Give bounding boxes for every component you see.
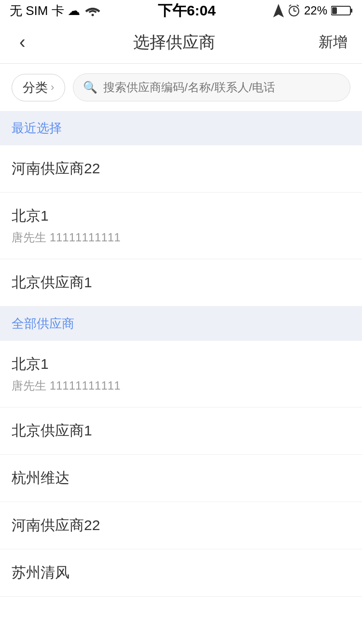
alarm-icon [288,4,300,17]
location-icon [273,4,284,17]
supplier-name: 北京1 [12,354,350,374]
page-title: 选择供应商 [133,31,215,54]
sim-label: 无 SIM 卡 ☁ [10,2,80,19]
list-item[interactable]: 北京供应商1 [0,407,362,455]
supplier-name: 北京供应商1 [12,421,350,441]
list-item[interactable]: 河南供应商22 [0,502,362,549]
supplier-sub: 唐先生 11111111111 [12,230,350,245]
battery-icon [331,5,352,16]
svg-rect-8 [332,7,337,14]
back-button[interactable]: ‹ [14,27,30,57]
supplier-name: 河南供应商22 [12,516,350,535]
list-item[interactable]: 北京1 唐先生 11111111111 [0,341,362,407]
list-item[interactable]: 北京供应商1 [0,259,362,307]
all-items-list: 北京1 唐先生 11111111111 北京供应商1 杭州维达 河南供应商22 … [0,341,362,597]
all-section-header: 全部供应商 [0,307,362,341]
list-item[interactable]: 苏州清风 [0,549,362,597]
supplier-name: 杭州维达 [12,468,350,488]
recent-items-list: 河南供应商22 北京1 唐先生 11111111111 北京供应商1 [0,145,362,307]
supplier-name: 北京1 [12,206,350,226]
svg-rect-7 [350,9,352,13]
new-action-button[interactable]: 新增 [319,32,348,52]
search-icon: 🔍 [83,81,97,94]
all-section-title: 全部供应商 [12,316,74,331]
supplier-sub: 唐先生 11111111111 [12,378,350,393]
recent-section-title: 最近选择 [12,121,62,135]
svg-line-5 [297,5,299,6]
category-label: 分类 [23,79,48,96]
category-button[interactable]: 分类 › [12,74,65,101]
list-item[interactable]: 杭州维达 [0,455,362,502]
recent-section-header: 最近选择 [0,111,362,145]
list-item[interactable]: 河南供应商22 [0,145,362,193]
battery-text: 22% [304,4,327,17]
supplier-name: 苏州清风 [12,563,350,583]
status-bar: 无 SIM 卡 ☁ 下午6:04 22% [0,0,362,21]
status-time: 下午6:04 [158,1,216,21]
search-box[interactable]: 🔍 [73,73,350,101]
chevron-right-icon: › [51,81,54,94]
nav-bar: ‹ 选择供应商 新增 [0,21,362,64]
status-right: 22% [273,4,352,17]
list-item[interactable]: 北京1 唐先生 11111111111 [0,193,362,259]
svg-point-0 [91,14,94,16]
wifi-icon [85,5,100,16]
supplier-name: 北京供应商1 [12,273,350,293]
svg-line-4 [289,5,291,6]
supplier-name: 河南供应商22 [12,159,350,179]
status-left: 无 SIM 卡 ☁ [10,2,100,19]
search-input[interactable] [103,81,340,94]
filter-bar: 分类 › 🔍 [0,64,362,111]
